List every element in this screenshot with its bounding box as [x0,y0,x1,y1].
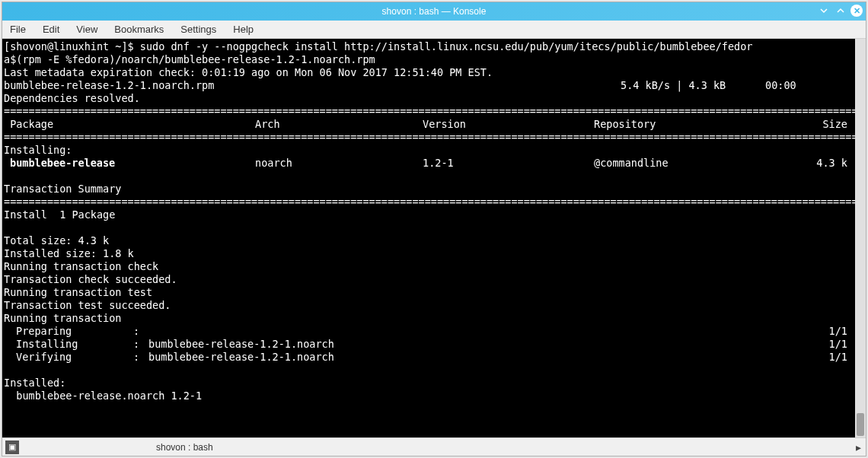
terminal-area: [shovon@linuxhint ~]$ sudo dnf -y --nogp… [2,39,866,437]
download-row: bumblebee-release-1.2-1.noarch.rpm5.4 kB… [4,79,852,92]
txn-run: Running transaction [4,312,121,324]
window-controls: ✕ [817,4,863,17]
header-package: Package [4,118,255,131]
scrollbar[interactable] [855,39,866,437]
download-file: bumblebee-release-1.2-1.noarch.rpm [4,79,621,92]
resize-grip-icon[interactable]: ▸ [856,441,861,453]
pkg-name: bumblebee-release [4,157,255,170]
installed-pkg: bumblebee-release.noarch 1.2-1 [4,390,202,402]
step-colon: : [133,351,148,364]
install-count: Install 1 Package [4,208,115,221]
step-colon: : [133,338,148,351]
close-icon: ✕ [854,6,860,16]
step-label: Installing [4,338,133,351]
step-colon: : [133,325,148,338]
step-pkg: bumblebee-release-1.2-1.noarch [148,351,814,364]
download-time: 00:00 [735,79,852,92]
titlebar[interactable]: shovon : bash — Konsole ✕ [2,2,866,21]
menu-file[interactable]: File [10,24,26,35]
terminal[interactable]: [shovon@linuxhint ~]$ sudo dnf -y --nogp… [2,39,855,437]
prompt: [shovon@linuxhint ~]$ [4,40,140,52]
txn-test-ok: Transaction test succeeded. [4,299,171,311]
step-count: 1/1 [814,351,852,364]
chevron-up-icon [836,6,845,15]
step-preparing: Preparing:1/1 [4,325,852,338]
step-label: Verifying [4,351,133,364]
txn-summary: Transaction Summary [4,183,121,195]
header-repository: Repository [594,118,799,131]
menu-bookmarks[interactable]: Bookmarks [114,24,164,35]
package-row: bumblebee-releasenoarch1.2-1@commandline… [4,157,852,170]
step-count: 1/1 [814,325,852,338]
step-count: 1/1 [814,338,852,351]
command-line-2: a$(rpm -E %fedora)/noarch/bumblebee-rele… [4,53,375,65]
step-pkg: bumblebee-release-1.2-1.noarch [148,338,814,351]
header-version: Version [423,118,594,131]
total-size: Total size: 4.3 k [4,234,109,246]
pkg-repo: @commandline [594,157,799,170]
minimize-button[interactable] [817,4,831,17]
deps-resolved: Dependencies resolved. [4,92,140,104]
step-verifying: Verifying:bumblebee-release-1.2-1.noarch… [4,351,852,364]
separator: ========================================… [4,105,855,117]
header-arch: Arch [255,118,423,131]
scrollbar-thumb[interactable] [857,413,864,436]
menu-settings[interactable]: Settings [180,24,216,35]
pkg-size: 4.3 k [799,157,852,170]
download-rate: 5.4 kB/s | 4.3 kB [621,79,735,92]
installed-label: Installed: [4,377,65,389]
separator: ========================================… [4,196,855,208]
tab-label[interactable]: shovon : bash [156,442,213,453]
command-line-1: sudo dnf -y --nogpgcheck install http://… [140,40,753,52]
konsole-window: shovon : bash — Konsole ✕ File Edit View… [2,2,866,456]
column-headers: PackageArchVersionRepositorySize [4,118,852,131]
menu-view[interactable]: View [76,24,97,35]
menubar: File Edit View Bookmarks Settings Help [2,21,866,39]
window-title: shovon : bash — Konsole [382,6,487,17]
close-button[interactable]: ✕ [850,5,863,17]
chevron-down-icon [819,6,828,15]
menu-edit[interactable]: Edit [43,24,59,35]
statusbar: ▣ shovon : bash ▸ [2,437,866,456]
terminal-icon: ▣ [8,442,16,452]
step-installing: Installing:bumblebee-release-1.2-1.noarc… [4,338,852,351]
menu-help[interactable]: Help [233,24,254,35]
step-pkg [148,325,814,338]
separator: ========================================… [4,131,855,143]
step-label: Preparing [4,325,133,338]
installing-label: Installing: [4,144,72,156]
maximize-button[interactable] [834,4,847,17]
txn-check: Running transaction check [4,260,158,272]
pkg-version: 1.2-1 [423,157,594,170]
txn-test: Running transaction test [4,286,152,298]
pkg-arch: noarch [255,157,423,170]
new-tab-button[interactable]: ▣ [5,441,19,454]
metadata-line: Last metadata expiration check: 0:01:19 … [4,66,493,78]
installed-size: Installed size: 1.8 k [4,247,134,259]
txn-check-ok: Transaction check succeeded. [4,273,177,285]
header-size: Size [799,118,852,131]
